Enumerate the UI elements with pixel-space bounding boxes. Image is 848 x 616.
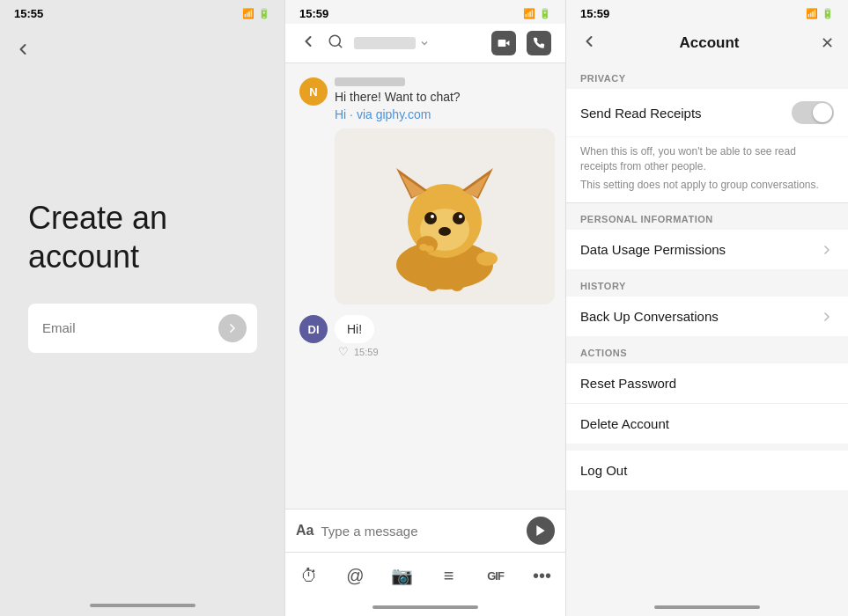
data-usage-row[interactable]: Data Usage Permissions — [566, 230, 848, 269]
create-account-content: Create an account — [0, 24, 284, 598]
home-indicator-2 — [285, 598, 565, 616]
search-button-chat[interactable] — [328, 33, 343, 54]
battery-icon: 🔋 — [258, 8, 270, 19]
svg-point-19 — [476, 252, 498, 266]
delete-account-label: Delete Account — [580, 416, 834, 431]
gif-icon[interactable]: GIF — [480, 560, 512, 591]
svg-marker-22 — [536, 525, 544, 536]
back-button-1[interactable] — [14, 40, 32, 62]
svg-point-12 — [431, 215, 434, 218]
email-submit-button[interactable] — [218, 314, 247, 342]
page-title: Create an account — [28, 199, 256, 275]
logout-label: Log Out — [580, 463, 834, 478]
section-privacy-label: PRIVACY — [566, 62, 848, 89]
time-3: 15:59 — [580, 7, 609, 20]
account-header: Account ✕ — [566, 24, 848, 62]
wifi-icon-3: 📶 — [806, 8, 818, 19]
create-account-panel: 15:55 📶 🔋 Create an account — [0, 0, 284, 616]
message-text-2: Hi! — [335, 315, 374, 343]
email-form — [28, 304, 257, 353]
section-actions-label: ACTIONS — [566, 337, 848, 363]
back-button-account[interactable] — [580, 33, 598, 54]
home-indicator-3 — [566, 598, 848, 616]
back-button-chat[interactable] — [299, 33, 317, 54]
message-meta-1: ♡ 15:59 — [338, 345, 379, 358]
send-read-receipts-card: Send Read Receipts — [566, 89, 848, 136]
message-input[interactable] — [321, 524, 520, 539]
message-body-1: Hi there! Want to chat? Hi · via giphy.c… — [335, 77, 555, 304]
status-bar-3: 15:59 📶 🔋 — [566, 0, 848, 24]
section-personal-label: PERSONAL INFORMATION — [566, 203, 848, 230]
read-receipts-desc-2: This setting does not apply to group con… — [580, 178, 834, 193]
phone-call-button[interactable] — [527, 31, 551, 55]
reset-password-row[interactable]: Reset Password — [566, 363, 848, 404]
chat-contact-name[interactable] — [354, 37, 481, 49]
gif-image — [335, 128, 555, 304]
time-1: 15:55 — [14, 7, 43, 20]
status-bar-1: 15:55 📶 🔋 — [0, 0, 284, 24]
chat-input-bar: Aa — [285, 509, 565, 552]
svg-point-18 — [425, 246, 434, 253]
svg-point-11 — [424, 212, 437, 224]
svg-rect-3 — [498, 40, 506, 47]
message-outgoing-row: DI Hi! ♡ 15:59 — [299, 315, 551, 358]
svg-rect-20 — [425, 274, 439, 291]
data-usage-label: Data Usage Permissions — [580, 242, 820, 257]
message-outgoing-1: Hi! ♡ 15:59 — [335, 315, 379, 358]
account-settings-panel: 15:59 📶 🔋 Account ✕ PRIVACY Send Read Re… — [566, 0, 848, 616]
heart-icon[interactable]: ♡ — [338, 345, 349, 358]
home-indicator-1 — [0, 598, 284, 616]
home-bar-2 — [372, 605, 478, 609]
backup-conversations-label: Back Up Conversations — [580, 309, 820, 324]
home-bar-3 — [654, 605, 760, 609]
account-settings-content: PRIVACY Send Read Receipts When this is … — [566, 62, 848, 598]
send-read-receipts-label: Send Read Receipts — [580, 106, 792, 121]
video-call-button[interactable] — [491, 31, 516, 55]
chevron-right-icon — [820, 243, 834, 257]
send-read-receipts-row[interactable]: Send Read Receipts — [566, 89, 848, 136]
chat-panel: 15:59 📶 🔋 — [284, 0, 566, 616]
delete-account-row[interactable]: Delete Account — [566, 404, 848, 444]
status-icons-1: 📶 🔋 — [242, 8, 270, 19]
sticker-icon[interactable]: ≡ — [433, 560, 465, 591]
status-icons-2: 📶 🔋 — [523, 8, 551, 19]
close-button[interactable]: ✕ — [821, 33, 834, 53]
actions-card: Reset Password Delete Account — [566, 363, 848, 444]
font-size-button[interactable]: Aa — [296, 523, 313, 539]
backup-conversations-row[interactable]: Back Up Conversations — [566, 297, 848, 336]
logout-row[interactable]: Log Out — [566, 451, 848, 490]
home-bar-1 — [90, 604, 195, 607]
svg-point-13 — [453, 212, 465, 224]
send-button[interactable] — [527, 517, 555, 545]
reset-password-label: Reset Password — [580, 376, 834, 391]
timer-icon[interactable]: ⏱ — [293, 560, 325, 591]
chat-toolbar: ⏱ @ 📷 ≡ GIF ••• — [285, 552, 565, 598]
chevron-right-backup-icon — [820, 310, 834, 324]
logout-card: Log Out — [566, 451, 848, 490]
time-2: 15:59 — [299, 7, 328, 20]
wifi-icon: 📶 — [242, 8, 254, 19]
chat-messages: N Hi there! Want to chat? Hi · via giphy… — [285, 63, 565, 509]
data-usage-card: Data Usage Permissions — [566, 230, 848, 269]
read-receipts-toggle[interactable] — [792, 101, 834, 124]
read-receipts-desc-1: When this is off, you won't be able to s… — [580, 144, 834, 174]
read-receipts-description: When this is off, you won't be able to s… — [566, 137, 848, 203]
svg-point-14 — [459, 215, 462, 218]
status-bar-2: 15:59 📶 🔋 — [285, 0, 565, 24]
message-incoming-1: N Hi there! Want to chat? Hi · via giphy… — [299, 77, 551, 304]
more-icon[interactable]: ••• — [527, 560, 558, 591]
camera-icon[interactable]: 📷 — [387, 560, 418, 591]
message-text-1: Hi there! Want to chat? — [335, 90, 555, 104]
message-outgoing-body: Hi! ♡ 15:59 — [335, 315, 379, 358]
section-history-label: HISTORY — [566, 270, 848, 297]
sender-name-placeholder — [335, 77, 405, 86]
backup-conversations-card: Back Up Conversations — [566, 297, 848, 336]
svg-marker-2 — [505, 40, 509, 46]
mention-icon[interactable]: @ — [340, 560, 372, 591]
avatar-n: N — [299, 77, 328, 106]
email-input[interactable] — [42, 320, 211, 335]
message-link-1[interactable]: Hi · via giphy.com — [335, 107, 555, 121]
contact-name-placeholder — [354, 37, 416, 49]
chat-header — [285, 24, 565, 63]
battery-icon-3: 🔋 — [822, 8, 834, 19]
